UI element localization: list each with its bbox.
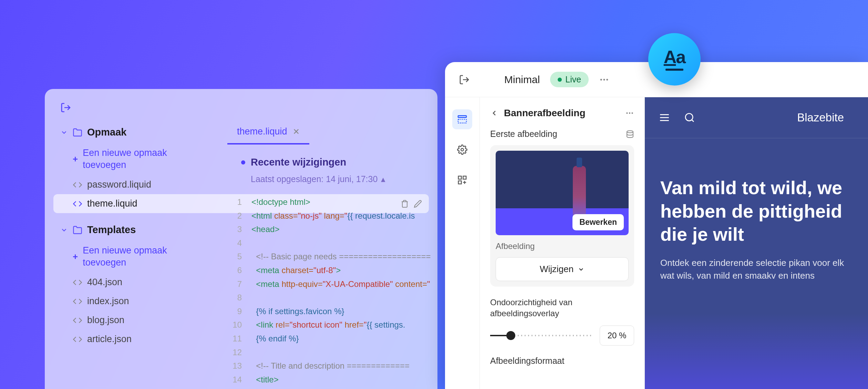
code-line: 3<head> bbox=[227, 222, 437, 236]
code-content[interactable]: 1<!doctype html>2<html class="no-js" lan… bbox=[227, 191, 437, 389]
change-image-button[interactable]: Wijzigen bbox=[496, 257, 629, 281]
image-sublabel: Afbeelding bbox=[496, 241, 629, 251]
svg-point-5 bbox=[461, 148, 464, 151]
code-line: 15 {{ page_title }}{% if current_tags %}… bbox=[227, 386, 437, 389]
sections-tool[interactable] bbox=[452, 109, 472, 129]
code-icon bbox=[73, 335, 82, 344]
file-name: index.json bbox=[87, 296, 129, 307]
settings-content: Eerste afbeelding Bewerken Afbeelding Wi… bbox=[480, 129, 644, 376]
code-line: 10 <link rel="shortcut icon" href="{{ se… bbox=[227, 318, 437, 332]
dynamic-source-icon[interactable] bbox=[626, 130, 634, 138]
first-image-row: Eerste afbeelding bbox=[490, 129, 634, 139]
editor-tab[interactable]: theme.liquid ✕ bbox=[227, 120, 309, 144]
more-icon[interactable] bbox=[625, 109, 634, 118]
settings-column: Bannerafbeelding Eerste afbeelding Bewer… bbox=[479, 97, 645, 389]
underline-icon bbox=[665, 69, 683, 71]
image-card: Bewerken Afbeelding Wijzigen bbox=[490, 145, 634, 287]
svg-rect-3 bbox=[458, 116, 466, 117]
code-icon bbox=[73, 297, 82, 306]
code-line: 11 {% endif %} bbox=[227, 332, 437, 346]
hero-gradient-overlay bbox=[645, 313, 868, 389]
code-line: 5 <!-- Basic page needs ================… bbox=[227, 250, 437, 263]
tab-name: theme.liquid bbox=[237, 126, 287, 137]
hero-title: Van mild tot wild, we hebben de pittighe… bbox=[660, 176, 852, 246]
plus-icon: + bbox=[73, 154, 78, 164]
svg-point-14 bbox=[627, 131, 633, 133]
live-dot-icon bbox=[558, 78, 562, 82]
code-line: 7 <meta http-equiv="X-UA-Compatible" con… bbox=[227, 277, 437, 291]
code-line: 14 <title> bbox=[227, 373, 437, 387]
format-label: Afbeeldingsformaat bbox=[490, 356, 634, 366]
settings-title: Bannerafbeelding bbox=[504, 108, 620, 119]
typography-badge[interactable]: Aa bbox=[648, 33, 701, 86]
svg-point-1 bbox=[603, 79, 605, 80]
aa-icon: Aa bbox=[664, 48, 685, 66]
code-line: 4 bbox=[227, 236, 437, 250]
slider-thumb[interactable] bbox=[506, 331, 515, 340]
brand-name: Blazebite bbox=[797, 111, 844, 124]
image-preview[interactable]: Bewerken bbox=[496, 151, 629, 235]
folder-icon bbox=[73, 225, 82, 235]
svg-point-13 bbox=[631, 112, 633, 114]
folder-icon bbox=[73, 128, 82, 137]
editor-area: theme.liquid ✕ Recente wijzigingen Laats… bbox=[227, 120, 437, 389]
svg-rect-4 bbox=[458, 119, 466, 123]
editor-body: Bannerafbeelding Eerste afbeelding Bewer… bbox=[445, 97, 868, 389]
svg-point-11 bbox=[626, 112, 628, 114]
opacity-slider-row: 20 % bbox=[490, 326, 634, 346]
recent-changes-block: Recente wijzigingen Laatst opgeslagen: 1… bbox=[227, 144, 437, 191]
search-icon[interactable] bbox=[684, 112, 695, 123]
chevron-down-icon bbox=[60, 129, 68, 136]
menu-icon[interactable] bbox=[659, 112, 670, 123]
svg-point-12 bbox=[629, 112, 630, 114]
theme-name: Minimal bbox=[504, 74, 540, 86]
code-line: 6 <meta charset="utf-8"> bbox=[227, 263, 437, 277]
hero-subtitle: Ontdek een zinderende selectie pikan voo… bbox=[660, 257, 852, 282]
code-line: 9 {% if settings.favicon %} bbox=[227, 305, 437, 318]
tool-rail bbox=[445, 97, 479, 389]
svg-rect-7 bbox=[463, 176, 466, 179]
plus-icon: + bbox=[73, 251, 78, 262]
code-line: 2<html class="no-js" lang="{{ request.lo… bbox=[227, 209, 437, 223]
chevron-down-icon bbox=[578, 266, 585, 273]
code-editor-header bbox=[45, 89, 437, 122]
back-icon[interactable] bbox=[490, 109, 498, 117]
code-line: 12 bbox=[227, 346, 437, 359]
opacity-value-input[interactable]: 20 % bbox=[600, 326, 634, 346]
settings-header: Bannerafbeelding bbox=[480, 97, 644, 129]
product-image bbox=[573, 166, 586, 218]
code-editor-panel: Opmaak + Een nieuwe opmaak toevoegen pas… bbox=[45, 89, 437, 389]
caret-up-icon: ▴ bbox=[381, 174, 385, 184]
file-name: blog.json bbox=[87, 315, 124, 326]
section-title: Templates bbox=[87, 224, 136, 236]
more-icon[interactable] bbox=[599, 74, 609, 85]
chevron-down-icon bbox=[60, 226, 68, 234]
file-name: password.liquid bbox=[87, 179, 151, 190]
edit-image-button[interactable]: Bewerken bbox=[572, 214, 624, 230]
code-line: 8 bbox=[227, 291, 437, 305]
hero-section: Van mild tot wild, we hebben de pittighe… bbox=[645, 138, 868, 282]
svg-point-0 bbox=[600, 79, 602, 80]
code-icon bbox=[73, 278, 82, 287]
svg-point-18 bbox=[685, 113, 693, 121]
settings-tool[interactable] bbox=[452, 140, 472, 160]
exit-icon[interactable] bbox=[459, 74, 470, 85]
code-icon bbox=[73, 316, 82, 325]
section-title: Opmaak bbox=[87, 127, 126, 138]
code-line: 1<!doctype html> bbox=[227, 195, 437, 209]
file-name: 404.json bbox=[87, 277, 122, 288]
svg-rect-6 bbox=[458, 176, 462, 179]
theme-editor-panel: Minimal Live Bannerafbeelding bbox=[445, 62, 868, 389]
recent-changes-title: Recente wijzigingen bbox=[241, 157, 424, 168]
opacity-slider[interactable] bbox=[490, 335, 593, 336]
live-badge: Live bbox=[550, 72, 589, 87]
tab-bar: theme.liquid ✕ bbox=[227, 120, 437, 144]
svg-rect-8 bbox=[458, 181, 462, 184]
apps-tool[interactable] bbox=[452, 170, 472, 190]
close-icon[interactable]: ✕ bbox=[293, 127, 300, 137]
exit-icon[interactable] bbox=[60, 102, 422, 113]
code-line: 13 <!-- Title and description ==========… bbox=[227, 359, 437, 373]
last-saved-label[interactable]: Laatst opgeslagen: 14 juni, 17:30 ▴ bbox=[251, 174, 424, 184]
svg-point-2 bbox=[606, 79, 608, 80]
opacity-section: Ondoorzichtigheid van afbeeldingsoverlay bbox=[490, 297, 634, 319]
